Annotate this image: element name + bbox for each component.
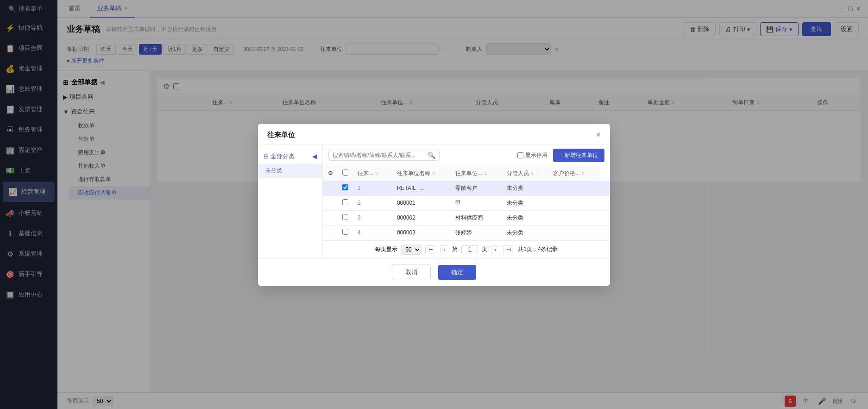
- dialog-toolbar: 🔍 显示停用 + 新增往来单位: [323, 145, 610, 166]
- manager-filter-icon[interactable]: ⋮: [535, 171, 540, 176]
- row-category: 未分类: [502, 181, 548, 195]
- row-code: 000003: [392, 225, 451, 240]
- toolbar-right: 显示停用 + 新增往来单位: [517, 149, 604, 162]
- grid-icon: ⊞: [264, 153, 269, 160]
- col-category-header[interactable]: 往来单位... ⇅ ⋮: [451, 166, 502, 181]
- row-config: [323, 181, 338, 195]
- row-name: 材料供应商: [451, 210, 502, 225]
- add-label: 新增往来单位: [565, 151, 598, 159]
- row-config: [323, 210, 338, 225]
- row-price: [600, 225, 610, 240]
- row-manager: [548, 195, 600, 210]
- dialog-body: ⊞ 全部分类 ◀ 未分类 🔍: [258, 145, 610, 258]
- dialog-close-button[interactable]: ×: [596, 130, 601, 140]
- col-check: [338, 166, 353, 181]
- col-price-label: 客户价格...: [553, 170, 580, 177]
- row-checkbox-cell[interactable]: [338, 210, 353, 225]
- first-page-button[interactable]: ⊢: [425, 245, 436, 254]
- cat-filter-icon[interactable]: ⋮: [489, 171, 493, 176]
- row-price: [600, 195, 610, 210]
- col-price-header[interactable]: 客户价格... ⇅ ⋮: [548, 166, 600, 181]
- total-info: 共1页，4条记录: [518, 245, 557, 253]
- row-name: 零散客户: [451, 181, 502, 195]
- row-id: 1: [353, 181, 392, 195]
- row-price: [600, 181, 610, 195]
- per-page-select[interactable]: 50: [401, 245, 421, 255]
- page-unit: 页: [482, 245, 487, 253]
- row-name: 甲: [451, 195, 502, 210]
- price-sort-icon: ⇅: [581, 171, 585, 176]
- customer-search-box[interactable]: 🔍: [328, 150, 440, 161]
- row-config: [323, 225, 338, 240]
- show-disabled-checkbox[interactable]: [517, 152, 523, 158]
- row-checkbox-cell[interactable]: [338, 195, 353, 210]
- col-code-label: 往来...: [358, 170, 373, 177]
- col-config[interactable]: ⚙: [323, 166, 338, 181]
- code-filter-icon[interactable]: ⋮: [380, 171, 384, 176]
- row-id: 2: [353, 195, 392, 210]
- all-category-label: 全部分类: [270, 152, 295, 161]
- row-id: 3: [353, 210, 392, 225]
- row-checkbox-cell[interactable]: [338, 181, 353, 195]
- row-code: 000001: [392, 195, 451, 210]
- dialog-table: ⚙ 往来... ⇅ ⋮: [323, 166, 610, 240]
- show-disabled-label[interactable]: 显示停用: [517, 151, 547, 159]
- row-category: 未分类: [502, 225, 548, 240]
- row-manager: [548, 181, 600, 195]
- unclassified-label: 未分类: [265, 167, 282, 174]
- row-name: 张婷婷: [451, 225, 502, 240]
- dialog-left-title: ⊞ 全部分类 ◀: [258, 150, 322, 164]
- dialog-select-all[interactable]: [342, 170, 348, 176]
- row-price: [600, 210, 610, 225]
- per-page-label: 每页显示: [375, 245, 397, 253]
- name-sort-icon: ⇅: [432, 171, 435, 176]
- dialog-footer: 取消 确定: [258, 258, 610, 286]
- dialog-left-item-unclassified[interactable]: 未分类: [258, 164, 322, 178]
- name-filter-icon[interactable]: ⋮: [437, 171, 441, 176]
- dialog-table-row[interactable]: 4 000003 张婷婷 未分类: [323, 225, 610, 240]
- row-code: RETAIL_...: [392, 181, 451, 195]
- cancel-button[interactable]: 取消: [392, 264, 431, 280]
- col-manager-label: 分管人员: [507, 170, 529, 177]
- dialog-overlay: 往来单位 × ⊞ 全部分类 ◀ 未分类: [0, 0, 868, 409]
- cat-sort-icon: ⇅: [484, 171, 487, 176]
- customer-search-input[interactable]: [333, 152, 426, 158]
- code-sort-icon: ⇅: [375, 171, 378, 176]
- customer-dialog: 往来单位 × ⊞ 全部分类 ◀ 未分类: [258, 124, 610, 286]
- page-label: 第: [452, 245, 458, 253]
- row-category: 未分类: [502, 210, 548, 225]
- row-checkbox-cell[interactable]: [338, 225, 353, 240]
- add-icon: +: [560, 152, 563, 158]
- row-checkbox[interactable]: [342, 199, 348, 205]
- collapse-left-icon[interactable]: ◀: [312, 153, 317, 160]
- price-filter-icon[interactable]: ⋮: [586, 171, 591, 176]
- page-number-input[interactable]: [461, 245, 478, 254]
- dialog-header: 往来单位 ×: [258, 124, 610, 145]
- col-code-header[interactable]: 往来... ⇅ ⋮: [353, 166, 392, 181]
- row-manager: [548, 225, 600, 240]
- row-code: 000002: [392, 210, 451, 225]
- row-checkbox[interactable]: [342, 214, 348, 220]
- dialog-table-row[interactable]: 3 000002 材料供应商 未分类: [323, 210, 610, 225]
- col-name-header[interactable]: 往来单位名称 ⇅ ⋮: [392, 166, 451, 181]
- dialog-table-row[interactable]: 2 000001 甲 未分类: [323, 195, 610, 210]
- dialog-pagination: 每页显示 50 ⊢ ‹ 第 页 › ⊣ 共1页，4条记录: [323, 240, 610, 258]
- manager-sort-icon: ⇅: [530, 171, 534, 176]
- dialog-left-panel: ⊞ 全部分类 ◀ 未分类: [258, 145, 323, 258]
- confirm-button[interactable]: 确定: [438, 265, 476, 280]
- row-category: 未分类: [502, 195, 548, 210]
- add-customer-button[interactable]: + 新增往来单位: [553, 149, 604, 162]
- last-page-button[interactable]: ⊣: [503, 245, 514, 254]
- col-manager-header[interactable]: 分管人员 ⇅ ⋮: [502, 166, 548, 181]
- dialog-title: 往来单位: [267, 131, 295, 139]
- next-page-button[interactable]: ›: [491, 245, 499, 254]
- search-icon: 🔍: [428, 151, 435, 159]
- row-checkbox[interactable]: [342, 184, 348, 190]
- prev-page-button[interactable]: ‹: [440, 245, 448, 254]
- row-id: 4: [353, 225, 392, 240]
- dialog-table-row[interactable]: 1 RETAIL_... 零散客户 未分类: [323, 181, 610, 195]
- row-config: [323, 195, 338, 210]
- dialog-right-panel: 🔍 显示停用 + 新增往来单位: [323, 145, 610, 258]
- row-manager: [548, 210, 600, 225]
- row-checkbox[interactable]: [342, 229, 348, 235]
